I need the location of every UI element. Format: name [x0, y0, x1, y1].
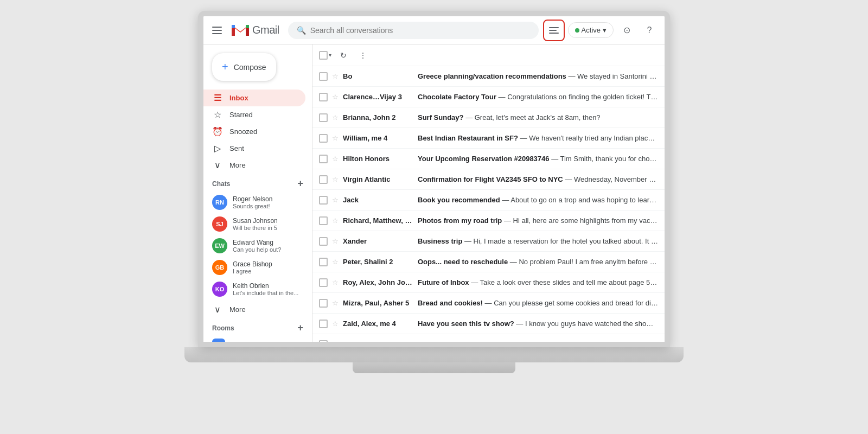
density-button[interactable]	[543, 20, 565, 41]
main-content: + Compose ☰ Inbox ☆ Starred ⏰ Snoozed ▷ …	[203, 44, 665, 342]
email-row-1[interactable]: ☆ Clarence…Vijay 3 Chocolate Factory Tou…	[312, 87, 665, 107]
chat-preview-0: Sounds great!	[233, 203, 272, 209]
email-star-9[interactable]: ☆	[332, 258, 339, 266]
email-row-6[interactable]: ☆ Jack Book you recommended — About to g…	[312, 190, 665, 210]
email-subject-6: Book you recommended — About to go on a …	[418, 196, 658, 204]
top-bar-actions: Active ▾ ⊙ ?	[543, 20, 659, 41]
room-name-0: Design Team	[231, 341, 272, 342]
email-row-0[interactable]: ☆ Bo Greece planning/vacation recommenda…	[312, 66, 665, 87]
room-item-0[interactable]: D Design Team	[203, 336, 312, 342]
email-subject-13: Camping — www.bestcampingspots.com/ca	[418, 340, 658, 342]
active-status-button[interactable]: Active ▾	[568, 22, 614, 38]
search-bar[interactable]: 🔍	[288, 22, 539, 39]
email-checkbox-1[interactable]	[319, 93, 328, 101]
email-checkbox-4[interactable]	[319, 155, 328, 163]
menu-button[interactable]	[209, 22, 226, 39]
chat-item-0[interactable]: RN Roger Nelson Sounds great!	[203, 192, 312, 213]
email-checkbox-11[interactable]	[319, 299, 328, 308]
email-sender-6: Jack	[343, 196, 413, 204]
email-checkbox-13[interactable]	[319, 340, 328, 342]
email-subject-2: Surf Sunday? — Great, let's meet at Jack…	[418, 113, 658, 122]
select-dropdown-icon[interactable]: ▾	[329, 52, 331, 58]
active-label: Active	[582, 26, 601, 34]
email-star-6[interactable]: ☆	[332, 196, 339, 204]
email-star-12[interactable]: ☆	[332, 320, 339, 328]
chat-item-1[interactable]: SJ Susan Johnson Will be there in 5	[203, 213, 312, 235]
email-row-4[interactable]: ☆ Hilton Honors Your Upcoming Reservatio…	[312, 149, 665, 169]
email-sender-8: Xander	[343, 237, 413, 245]
nav-item-starred[interactable]: ☆ Starred	[203, 106, 305, 123]
nav-item-more[interactable]: ∨ More	[203, 157, 305, 174]
email-row-9[interactable]: ☆ Peter, Shalini 2 Oops... need to resch…	[312, 252, 665, 272]
nav-item-inbox[interactable]: ☰ Inbox	[203, 90, 305, 106]
search-input[interactable]	[310, 26, 530, 35]
email-star-8[interactable]: ☆	[332, 237, 339, 245]
nav-item-snoozed[interactable]: ⏰ Snoozed	[203, 123, 305, 140]
email-row-13[interactable]: ☆ Peter, Christina 3 Camping — www.bestc…	[312, 334, 665, 342]
select-all-area[interactable]: ▾	[319, 51, 331, 60]
email-row-5[interactable]: ☆ Virgin Atlantic Confirmation for Fligh…	[312, 169, 665, 190]
email-checkbox-3[interactable]	[319, 134, 328, 143]
chat-preview-2: Can you help out?	[233, 246, 281, 253]
more-label: More	[229, 161, 246, 169]
email-checkbox-0[interactable]	[319, 72, 328, 81]
nav-item-sent[interactable]: ▷ Sent	[203, 140, 305, 157]
email-checkbox-6[interactable]	[319, 196, 328, 205]
refresh-button[interactable]: ↻	[336, 48, 351, 63]
inbox-label: Inbox	[229, 94, 248, 102]
email-subject-3: Best Indian Restaurant in SF? — We haven…	[418, 134, 658, 142]
chat-info-4: Keith Obrien Let's include that in the..…	[233, 282, 298, 296]
email-row-8[interactable]: ☆ Xander Business trip — Hi, I made a re…	[312, 231, 665, 252]
email-checkbox-10[interactable]	[319, 278, 328, 287]
email-star-10[interactable]: ☆	[332, 278, 339, 286]
email-row-11[interactable]: ☆ Mizra, Paul, Asher 5 Bread and cookies…	[312, 293, 665, 314]
chat-name-1: Susan Johnson	[233, 217, 278, 225]
chat-avatar-0: RN	[212, 195, 227, 210]
select-all-checkbox[interactable]	[319, 51, 328, 60]
compose-button[interactable]: + Compose	[212, 53, 276, 81]
chat-preview-4: Let's include that in the...	[233, 290, 298, 296]
email-rows: ☆ Bo Greece planning/vacation recommenda…	[312, 66, 665, 342]
help-button[interactable]: ?	[640, 21, 659, 40]
email-checkbox-7[interactable]	[319, 216, 328, 225]
email-checkbox-9[interactable]	[319, 258, 328, 266]
email-star-0[interactable]: ☆	[332, 72, 339, 80]
app-name: Gmail	[252, 24, 279, 36]
account-button[interactable]: ⊙	[617, 21, 636, 40]
email-subject-7: Photos from my road trip — Hi all, here …	[418, 216, 658, 225]
email-star-4[interactable]: ☆	[332, 155, 339, 163]
email-row-12[interactable]: ☆ Zaid, Alex, me 4 Have you seen this tv…	[312, 314, 665, 334]
email-star-13[interactable]: ☆	[332, 340, 339, 342]
email-row-7[interactable]: ☆ Richard, Matthew, me 3 Photos from my …	[312, 210, 665, 231]
chat-item-4[interactable]: KO Keith Obrien Let's include that in th…	[203, 278, 312, 300]
chat-preview-3: I agree	[233, 268, 272, 275]
starred-label: Starred	[229, 111, 253, 119]
email-star-3[interactable]: ☆	[332, 134, 339, 142]
sent-label: Sent	[229, 144, 244, 152]
email-checkbox-5[interactable]	[319, 175, 328, 184]
email-subject-5: Confirmation for Flight VA2345 SFO to NY…	[418, 175, 658, 183]
snoozed-label: Snoozed	[229, 127, 257, 136]
email-star-5[interactable]: ☆	[332, 175, 339, 183]
email-row-2[interactable]: ☆ Brianna, John 2 Surf Sunday? — Great, …	[312, 107, 665, 128]
email-checkbox-2[interactable]	[319, 113, 328, 122]
email-star-11[interactable]: ☆	[332, 299, 339, 307]
email-star-1[interactable]: ☆	[332, 93, 339, 101]
more-options-button[interactable]: ⋮	[355, 48, 371, 63]
email-row-3[interactable]: ☆ William, me 4 Best Indian Restaurant i…	[312, 128, 665, 149]
email-sender-5: Virgin Atlantic	[343, 175, 413, 183]
email-star-2[interactable]: ☆	[332, 113, 339, 122]
chat-item-3[interactable]: GB Grace Bishop I agree	[203, 257, 312, 278]
chat-item-2[interactable]: EW Edward Wang Can you help out?	[203, 235, 312, 257]
email-checkbox-8[interactable]	[319, 237, 328, 246]
email-sender-10: Roy, Alex, John Jose 5	[343, 278, 413, 286]
chats-more-item[interactable]: ∨ More	[203, 301, 305, 318]
add-chat-button[interactable]: +	[297, 178, 303, 189]
email-row-10[interactable]: ☆ Roy, Alex, John Jose 5 Future of Inbox…	[312, 272, 665, 293]
add-room-button[interactable]: +	[297, 322, 303, 334]
email-sender-4: Hilton Honors	[343, 155, 413, 163]
email-star-7[interactable]: ☆	[332, 216, 339, 225]
email-subject-0: Greece planning/vacation recommendations…	[418, 72, 658, 80]
email-checkbox-12[interactable]	[319, 320, 328, 328]
email-sender-11: Mizra, Paul, Asher 5	[343, 299, 413, 307]
